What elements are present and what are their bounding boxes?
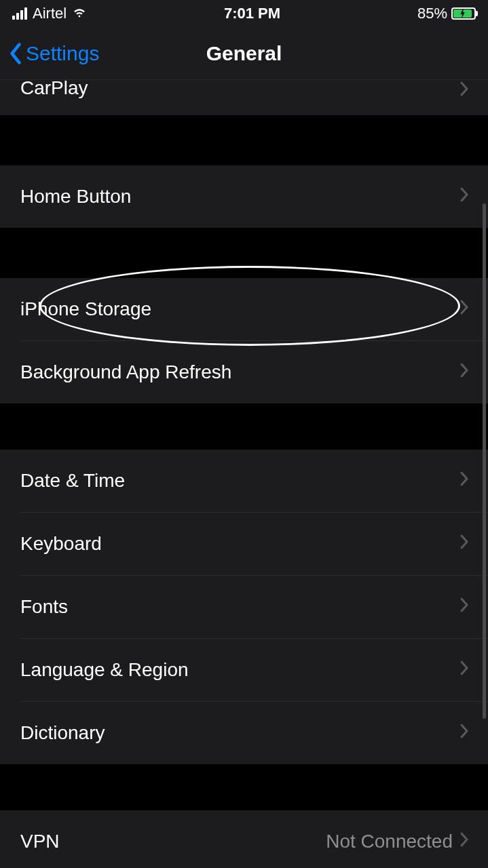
chevron-right-icon bbox=[459, 831, 469, 852]
row-label: iPhone Storage bbox=[20, 298, 459, 320]
group-separator bbox=[0, 115, 488, 165]
row-label: VPN bbox=[20, 831, 326, 852]
settings-group: Date & Time Keyboard Fonts Language & Re… bbox=[0, 450, 488, 764]
chevron-right-icon bbox=[459, 533, 469, 555]
row-date-time[interactable]: Date & Time bbox=[0, 450, 488, 512]
row-carplay[interactable]: CarPlay bbox=[0, 80, 488, 115]
group-separator bbox=[0, 228, 488, 278]
back-label: Settings bbox=[26, 42, 99, 65]
row-home-button[interactable]: Home Button bbox=[0, 165, 488, 228]
settings-group: CarPlay bbox=[0, 80, 488, 115]
chevron-right-icon bbox=[459, 722, 469, 744]
row-background-app-refresh[interactable]: Background App Refresh bbox=[0, 341, 488, 403]
chevron-right-icon bbox=[459, 659, 469, 681]
chevron-right-icon bbox=[459, 470, 469, 492]
battery-icon bbox=[451, 7, 476, 20]
wifi-icon bbox=[72, 4, 87, 23]
row-label: Date & Time bbox=[20, 470, 459, 492]
chevron-right-icon bbox=[459, 80, 469, 102]
back-button[interactable]: Settings bbox=[0, 42, 99, 65]
row-label: Home Button bbox=[20, 186, 459, 208]
row-label: Fonts bbox=[20, 596, 459, 618]
row-dictionary[interactable]: Dictionary bbox=[0, 702, 488, 764]
settings-group: iPhone Storage Background App Refresh bbox=[0, 278, 488, 403]
scroll-indicator[interactable] bbox=[483, 203, 486, 719]
row-label: Background App Refresh bbox=[20, 361, 459, 383]
status-bar-right: 85% bbox=[417, 5, 476, 22]
battery-percent: 85% bbox=[417, 5, 447, 22]
row-label: CarPlay bbox=[20, 80, 459, 99]
row-label: Language & Region bbox=[20, 659, 459, 681]
row-label: Keyboard bbox=[20, 533, 459, 555]
status-bar: Airtel 7:01 PM 85% bbox=[0, 0, 488, 27]
clock: 7:01 PM bbox=[224, 5, 280, 22]
row-fonts[interactable]: Fonts bbox=[0, 576, 488, 638]
chevron-right-icon bbox=[459, 298, 469, 320]
navigation-bar: Settings General bbox=[0, 27, 488, 80]
settings-group: VPN Not Connected bbox=[0, 810, 488, 868]
page-title: General bbox=[206, 42, 282, 65]
carrier-label: Airtel bbox=[33, 5, 67, 22]
row-label: Dictionary bbox=[20, 722, 459, 744]
group-separator bbox=[0, 403, 488, 450]
chevron-right-icon bbox=[459, 596, 469, 618]
row-vpn[interactable]: VPN Not Connected bbox=[0, 810, 488, 868]
settings-group: Home Button bbox=[0, 165, 488, 228]
chevron-left-icon bbox=[8, 43, 23, 64]
chevron-right-icon bbox=[459, 186, 469, 208]
row-language-region[interactable]: Language & Region bbox=[0, 639, 488, 701]
row-keyboard[interactable]: Keyboard bbox=[0, 513, 488, 575]
settings-content[interactable]: CarPlay Home Button iPhone Storage Backg… bbox=[0, 80, 488, 868]
chevron-right-icon bbox=[459, 361, 469, 383]
group-separator bbox=[0, 764, 488, 810]
cellular-signal-icon bbox=[12, 7, 27, 20]
row-iphone-storage[interactable]: iPhone Storage bbox=[0, 278, 488, 340]
status-bar-left: Airtel bbox=[12, 4, 87, 23]
row-value: Not Connected bbox=[326, 831, 453, 852]
